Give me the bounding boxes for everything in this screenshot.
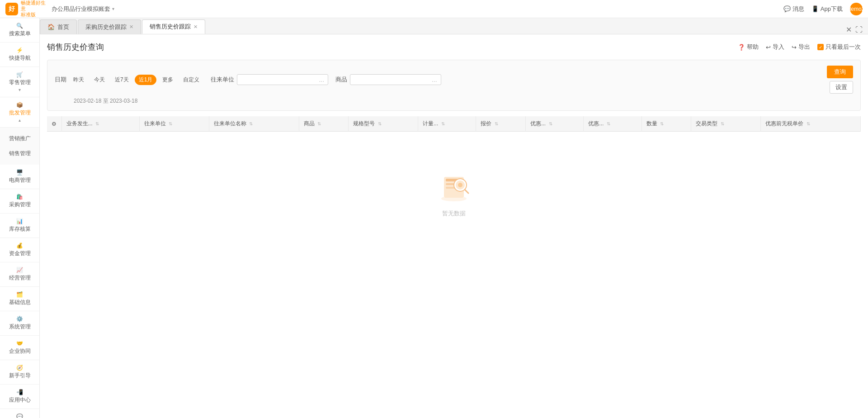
avatar: demo2 xyxy=(850,3,863,15)
col-partner-name[interactable]: 往来单位名称 ⇅ xyxy=(209,116,299,132)
nav-icon: ⚡ xyxy=(16,47,23,53)
sidebar: 🔍 搜索菜单 ⚡ 快捷导航 🛒 零售管理 ▾ 📦 批发管理 ▴ 营销推广 销售管… xyxy=(0,18,40,418)
product-filter: 商品 ... xyxy=(335,74,441,85)
tab-purchase-history[interactable]: 采购历史价跟踪 ✕ xyxy=(78,19,141,34)
query-button[interactable]: 查询 xyxy=(827,66,853,78)
date-btn-1month[interactable]: 近1月 xyxy=(135,75,157,85)
sidebar-item-app-center[interactable]: 📲 应用中心 xyxy=(0,385,39,409)
page-title-actions: ❓ 帮助 ↩ 导入 ↪ 导出 ✓ 只看最后一次 xyxy=(738,43,861,51)
product-input-dots: ... xyxy=(432,76,437,83)
col-quantity[interactable]: 数量 ⇅ xyxy=(642,116,691,132)
date-btn-today[interactable]: 今天 xyxy=(90,75,109,85)
finance-icon: 💰 xyxy=(16,242,23,249)
user-avatar-area[interactable]: demo2 xyxy=(850,3,863,15)
sidebar-item-operation[interactable]: 📈 经营管理 xyxy=(0,262,39,287)
product-input[interactable] xyxy=(354,76,430,83)
settings-icon[interactable]: ⚙ xyxy=(52,121,57,127)
partner-filter: 往来单位 ... xyxy=(211,74,328,85)
col-quote[interactable]: 报价 ⇅ xyxy=(476,116,526,132)
app-download-button[interactable]: 📱 App下载 xyxy=(811,5,843,13)
enterprise-icon: 🤝 xyxy=(16,340,23,347)
sidebar-item-system[interactable]: ⚙️ 系统管理 xyxy=(0,311,39,336)
col-pre-tax-price[interactable]: 优惠前无税单价 ⇅ xyxy=(761,116,861,132)
filter-second-row: 2023-02-18 至 2023-03-18 xyxy=(55,97,853,105)
date-btn-7days[interactable]: 近7天 xyxy=(111,75,133,85)
filter-row-1: 日期 昨天 今天 近7天 近1月 更多 自定义 往来单位 xyxy=(55,66,853,94)
svg-point-8 xyxy=(458,183,462,187)
only-last-checkbox-area[interactable]: ✓ 只看最后一次 xyxy=(817,43,861,51)
sidebar-item-ecommerce[interactable]: 🖥️ 电商管理 xyxy=(0,165,39,189)
sidebar-item-inventory[interactable]: 📊 库存核算 xyxy=(0,214,39,238)
svg-line-7 xyxy=(465,190,468,193)
sidebar-item-wholesale[interactable]: 📦 批发管理 ▴ xyxy=(0,97,39,128)
col-partner-code[interactable]: 往来单位 ⇅ xyxy=(140,116,209,132)
close-tab-sales-icon[interactable]: ✕ xyxy=(193,24,198,30)
ecommerce-icon: 🖥️ xyxy=(16,169,23,176)
col-unit[interactable]: 计量... ⇅ xyxy=(418,116,476,132)
sidebar-item-finance[interactable]: 💰 资金管理 xyxy=(0,238,39,262)
sidebar-item-retail[interactable]: 🛒 零售管理 ▾ xyxy=(0,67,39,97)
col-settings[interactable]: ⚙ xyxy=(47,116,61,132)
empty-text: 暂无数据 xyxy=(442,209,466,218)
sort-arrows-product: ⇅ xyxy=(317,121,321,126)
operation-icon: 📈 xyxy=(16,267,23,273)
date-btn-more[interactable]: 更多 xyxy=(158,75,177,85)
sidebar-item-quick-nav[interactable]: ⚡ 快捷导航 xyxy=(0,43,39,67)
empty-state: 暂无数据 xyxy=(47,132,861,254)
sidebar-item-wechat[interactable]: 💬 企业微信 xyxy=(0,409,39,418)
partner-input[interactable] xyxy=(241,76,317,83)
col-product[interactable]: 商品 ⇅ xyxy=(299,116,349,132)
top-bar: 好 畅捷通好生意 标准版 办公用品行业模拟账套 ▾ 💬 消息 📱 App下载 d… xyxy=(0,0,868,18)
sort-arrows-unit: ⇅ xyxy=(441,121,445,126)
only-last-checkbox[interactable]: ✓ xyxy=(817,44,824,50)
sort-arrows-pre-tax-price: ⇅ xyxy=(807,121,810,126)
setting-button[interactable]: 设置 xyxy=(830,81,853,94)
col-spec[interactable]: 规格型号 ⇅ xyxy=(349,116,418,132)
sidebar-item-guide[interactable]: 🧭 新手引导 xyxy=(0,360,39,385)
page-title: 销售历史价查询 xyxy=(47,42,104,52)
sort-arrows-spec: ⇅ xyxy=(378,121,382,126)
col-trade-type[interactable]: 交易类型 ⇅ xyxy=(691,116,761,132)
page-content: 销售历史价查询 ❓ 帮助 ↩ 导入 ↪ 导出 ✓ xyxy=(40,34,868,418)
date-label: 日期 xyxy=(55,76,66,84)
col-biz-date[interactable]: 业务发生... ⇅ xyxy=(61,116,140,132)
date-btn-custom[interactable]: 自定义 xyxy=(179,75,203,85)
export-icon: ↪ xyxy=(792,44,797,51)
sidebar-item-search-menu[interactable]: 🔍 搜索菜单 xyxy=(0,18,39,43)
data-table: ⚙ 业务发生... ⇅ 往来单位 ⇅ 往来单位名称 xyxy=(47,116,861,132)
logo-text: 畅捷通好生意 标准版 xyxy=(21,0,48,18)
close-tab-purchase-icon[interactable]: ✕ xyxy=(129,24,133,30)
export-button[interactable]: ↪ 导出 xyxy=(792,43,810,51)
col-discount2[interactable]: 优惠... ⇅ xyxy=(584,116,642,132)
logo-area: 好 畅捷通好生意 标准版 xyxy=(5,0,48,18)
partner-input-wrapper[interactable]: ... xyxy=(237,74,328,85)
date-btn-yesterday[interactable]: 昨天 xyxy=(69,75,88,85)
sidebar-item-marketing[interactable]: 营销推广 xyxy=(0,131,39,146)
company-selector[interactable]: 办公用品行业模拟账套 ▾ xyxy=(52,5,114,13)
sidebar-item-purchase[interactable]: 🛍️ 采购管理 xyxy=(0,189,39,214)
tab-home[interactable]: 🏠 首页 xyxy=(40,19,77,34)
product-input-wrapper[interactable]: ... xyxy=(350,74,441,85)
partner-input-dots: ... xyxy=(319,76,324,83)
guide-icon: 🧭 xyxy=(16,365,23,371)
tab-bar: 🏠 首页 采购历史价跟踪 ✕ 销售历史价跟踪 ✕ ✕ ⛶ xyxy=(40,18,868,34)
help-button[interactable]: ❓ 帮助 xyxy=(738,43,759,51)
wechat-icon: 💬 xyxy=(16,413,23,418)
system-icon: ⚙️ xyxy=(16,316,23,322)
maximize-icon[interactable]: ⛶ xyxy=(855,26,863,34)
close-window-icon[interactable]: ✕ xyxy=(846,25,852,34)
import-button[interactable]: ↩ 导入 xyxy=(766,43,784,51)
table-header-row: ⚙ 业务发生... ⇅ 往来单位 ⇅ 往来单位名称 xyxy=(47,116,861,132)
tab-right-buttons: ✕ ⛶ xyxy=(846,25,868,34)
partner-label: 往来单位 xyxy=(211,76,234,84)
date-filter: 日期 昨天 今天 近7天 近1月 更多 自定义 xyxy=(55,75,203,85)
download-icon: 📱 xyxy=(811,5,819,12)
sidebar-item-basic-info[interactable]: 🗂️ 基础信息 xyxy=(0,287,39,311)
tab-sales-history[interactable]: 销售历史价跟踪 ✕ xyxy=(142,19,205,34)
sidebar-item-sales-mgmt[interactable]: 销售管理 xyxy=(0,146,39,161)
message-button[interactable]: 💬 消息 xyxy=(783,5,804,13)
sidebar-item-enterprise[interactable]: 🤝 企业协同 xyxy=(0,336,39,360)
sort-arrows-partner-name: ⇅ xyxy=(249,121,253,126)
chevron-down-icon: ▾ xyxy=(19,87,21,92)
col-discount1[interactable]: 优惠... ⇅ xyxy=(526,116,584,132)
